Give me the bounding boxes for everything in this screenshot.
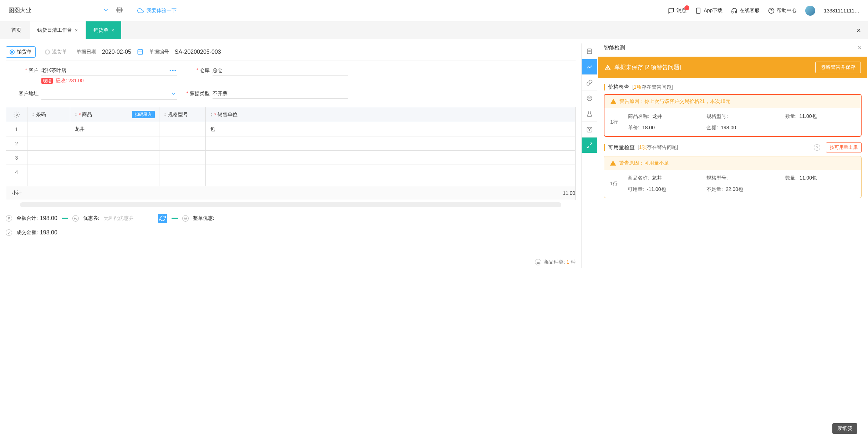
deal-icon: ✓ xyxy=(6,229,12,236)
deal-label: 成交金额: xyxy=(16,229,38,236)
tab-sales-order-close-icon[interactable]: × xyxy=(111,27,114,33)
col-barcode[interactable]: ▲▼条码 xyxy=(27,107,70,122)
receivable-label: 应收: xyxy=(56,78,67,83)
amount-value: 198.00 xyxy=(40,215,57,222)
help-icon[interactable]: ? xyxy=(814,144,820,151)
sort-icon: ▲▼ xyxy=(164,113,167,117)
try-label: 我要体验一下 xyxy=(147,7,177,14)
customer-more-icon[interactable]: ••• xyxy=(169,68,177,73)
invoice-field[interactable]: 不开票 xyxy=(213,89,348,99)
cloud-icon xyxy=(137,7,144,14)
wlab-spec: 规格型号: xyxy=(706,175,728,181)
company-dropdown-icon[interactable] xyxy=(103,7,109,14)
svg-rect-5 xyxy=(138,50,143,55)
panel-close-icon[interactable]: × xyxy=(858,44,862,52)
deal-value: 198.00 xyxy=(40,229,57,236)
date-label: 单据日期 xyxy=(76,49,96,55)
svg-point-13 xyxy=(587,96,592,101)
tab-workbench-label: 钱货日清工作台 xyxy=(37,27,72,33)
table-row[interactable]: 3 xyxy=(6,151,575,165)
scan-button[interactable]: 扫码录入 xyxy=(132,111,155,118)
date-value[interactable]: 2020-02-05 xyxy=(102,49,131,55)
wval-lack: 22.00包 xyxy=(726,186,743,192)
table-row[interactable] xyxy=(6,179,575,186)
col-unit[interactable]: ▲▼*销售单位 xyxy=(206,107,256,122)
radio-sale-label: 销货单 xyxy=(17,49,32,55)
cell-unit[interactable]: 包 xyxy=(206,122,256,136)
invoice-value: 不开票 xyxy=(213,90,228,97)
ignore-save-button[interactable]: 忽略警告并保存 xyxy=(815,62,861,73)
username[interactable]: 13381111111… xyxy=(824,8,859,14)
chart-icon xyxy=(586,64,593,70)
avatar[interactable] xyxy=(805,6,815,16)
tool-doc[interactable] xyxy=(582,43,597,59)
horizontal-scrollbar[interactable] xyxy=(20,202,561,207)
section-bar-icon xyxy=(604,144,605,151)
radio-return[interactable]: 退货单 xyxy=(41,47,71,57)
tab-home-label: 首页 xyxy=(11,27,21,33)
doc-no-value: SA-20200205-003 xyxy=(175,49,221,55)
customer-field[interactable]: 老张茶叶店 ••• xyxy=(41,66,177,76)
cell-product[interactable]: 龙井 xyxy=(70,122,159,136)
radio-return-label: 退货单 xyxy=(52,49,67,55)
panel-title: 智能检测 xyxy=(604,45,625,51)
tool-yen[interactable] xyxy=(582,122,597,138)
warning-row-index: 1行 xyxy=(610,175,628,193)
messages-link[interactable]: 消息 … xyxy=(668,7,686,14)
support-link[interactable]: 在线客服 xyxy=(731,7,760,14)
row-index: 1 xyxy=(6,122,27,136)
wval-name: 龙井 xyxy=(652,113,662,119)
tool-exchange[interactable] xyxy=(582,90,597,106)
warehouse-label: 仓库 xyxy=(177,66,213,74)
wlab-qty: 数量: xyxy=(785,113,797,119)
warning-box-price: 警告原因：你上次与该客户交易价格21，本次18元 1行 商品名称:龙井 规格型号… xyxy=(604,94,862,137)
wholeoff-label: 整单优惠: xyxy=(193,215,214,222)
app-download-link[interactable]: App下载 xyxy=(695,7,723,14)
warehouse-field[interactable]: 总仓 xyxy=(213,66,348,76)
tabs-close-all-icon[interactable]: × xyxy=(849,21,868,39)
table-row[interactable]: 4 xyxy=(6,165,575,179)
chevron-down-icon[interactable] xyxy=(170,90,177,98)
warning-reason: 警告原因：可用量不足 xyxy=(604,156,861,170)
tool-link[interactable] xyxy=(582,75,597,90)
wlab-spec: 规格型号: xyxy=(706,113,728,119)
table-row[interactable]: 1 龙井 包 xyxy=(6,122,575,136)
settings-icon[interactable] xyxy=(116,7,123,14)
wlab-name: 商品名称: xyxy=(628,175,649,181)
tab-sales-order[interactable]: 销货单 × xyxy=(86,21,121,39)
tab-workbench-close-icon[interactable]: × xyxy=(75,27,78,33)
address-field[interactable] xyxy=(41,89,177,100)
col-settings[interactable] xyxy=(6,107,27,122)
sort-icon: ▲▼ xyxy=(210,113,213,117)
stock-out-button[interactable]: 按可用量出库 xyxy=(826,142,862,152)
section-stock-check: 可用量检查 [1项存在警告问题] ? 按可用量出库 警告原因：可用量不足 1行 … xyxy=(604,142,862,198)
wlab-price: 单价: xyxy=(628,125,639,130)
cell-spec[interactable] xyxy=(159,122,206,136)
sort-icon: ▲▼ xyxy=(32,113,35,117)
col-product[interactable]: ▲▼*商品扫码录入 xyxy=(70,107,159,122)
tab-home[interactable]: 首页 xyxy=(4,21,29,39)
receivable-value: 231.00 xyxy=(68,78,84,83)
tool-expand[interactable] xyxy=(582,138,597,153)
company-name: 图图大业 xyxy=(9,7,31,14)
try-link[interactable]: 我要体验一下 xyxy=(137,7,177,14)
tool-temp[interactable] xyxy=(582,106,597,122)
items-table: ▲▼条码 ▲▼*商品扫码录入 ▲▼规格型号 ▲▼*销售单位 1 龙井 包 2 3… xyxy=(6,107,576,200)
alert-banner: 单据未保存 [2 项警告问题] 忽略警告并保存 xyxy=(598,57,867,78)
help-link[interactable]: 帮助中心 xyxy=(768,7,797,14)
cell-barcode[interactable] xyxy=(27,122,70,136)
wlab-amount: 金额: xyxy=(706,125,718,130)
tab-workbench[interactable]: 钱货日清工作台 × xyxy=(30,21,85,39)
minus-icon xyxy=(62,218,68,219)
coupon-placeholder[interactable]: 无匹配优惠券 xyxy=(104,215,154,222)
wval-amount: 198.00 xyxy=(721,125,736,130)
radio-sale[interactable]: 销货单 xyxy=(6,46,36,58)
wval-name: 龙井 xyxy=(652,175,662,181)
calendar-icon[interactable] xyxy=(137,48,143,56)
refresh-coupon-button[interactable] xyxy=(158,214,167,223)
refresh-icon xyxy=(159,215,166,222)
col-spec[interactable]: ▲▼规格型号 xyxy=(159,107,206,122)
table-row[interactable]: 2 xyxy=(6,136,575,151)
tool-chart[interactable] xyxy=(582,59,597,75)
warehouse-value: 总仓 xyxy=(213,67,223,74)
